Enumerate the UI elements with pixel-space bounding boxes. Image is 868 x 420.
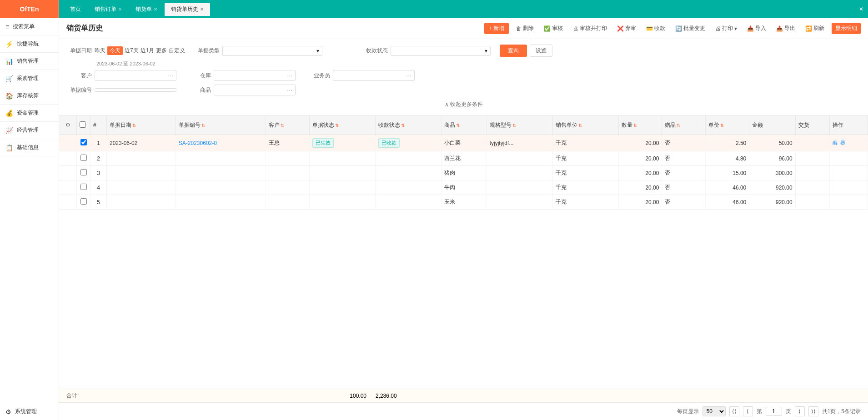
th-goods[interactable]: 商品 ⇅ (441, 115, 487, 135)
row-quantity: 20.00 (618, 135, 662, 151)
first-page-btn[interactable]: ⟨⟨ (729, 406, 739, 416)
delete-button[interactable]: 🗑 删除 (513, 23, 537, 34)
goods-dots[interactable]: ··· (287, 86, 292, 94)
sidebar-item-search-menu[interactable]: ≡ 搜索菜单 (0, 18, 59, 35)
pay-status-dropdown-icon: ▾ (485, 48, 487, 54)
tab-sales-order-close[interactable]: ✕ (118, 7, 122, 12)
gift-sort[interactable]: 赠品 ⇅ (665, 121, 702, 129)
spec-sort[interactable]: 规格型号 ⇅ (490, 121, 550, 129)
sidebar-item-purchase-mgmt[interactable]: 🛒 采购管理 (0, 70, 59, 87)
date-shortcut-7days[interactable]: 近7天 (125, 47, 139, 55)
th-doc-no[interactable]: 单据编号 ⇅ (176, 115, 266, 135)
row-checkbox[interactable] (80, 139, 87, 145)
row-checkbox[interactable] (80, 155, 87, 161)
row-action: 编 器 (830, 135, 868, 151)
prev-page-btn[interactable]: ⟨ (743, 406, 753, 416)
close-all-btn[interactable]: ✕ (859, 6, 863, 12)
row-checkbox[interactable] (80, 184, 87, 190)
doc-status-sort[interactable]: 单据状态 ⇅ (312, 121, 372, 129)
row-amount: 300.00 (749, 166, 795, 180)
warehouse-input[interactable]: ··· (214, 70, 296, 81)
current-page-input[interactable] (766, 407, 782, 416)
date-shortcut-1month[interactable]: 近1月 (140, 47, 155, 55)
salesperson-input[interactable]: ··· (333, 70, 415, 81)
row-checkbox[interactable] (80, 198, 87, 205)
sidebar-item-sales-mgmt[interactable]: 📊 销售管理 (0, 53, 59, 70)
pay-status-select[interactable]: ▾ (391, 46, 491, 56)
audit-print-button[interactable]: 🖨 审核并打印 (570, 23, 610, 34)
date-shortcuts: 昨天 今天 近7天 近1月 更多 自定义 (95, 46, 185, 55)
th-gift[interactable]: 赠品 ⇅ (662, 115, 706, 135)
customer-sort[interactable]: 客户 ⇅ (269, 121, 306, 129)
tab-sales-delivery[interactable]: 销货单 ✕ (129, 3, 164, 16)
warehouse-dots[interactable]: ··· (287, 72, 292, 79)
date-shortcut-today[interactable]: 今天 (107, 46, 123, 55)
row-checkbox[interactable] (80, 169, 87, 175)
th-doc-date[interactable]: 单据日期 ⇅ (107, 115, 176, 135)
import-icon: 📥 (747, 25, 754, 32)
tab-sales-delivery-history-close[interactable]: ✕ (200, 7, 204, 12)
sidebar-item-sys-mgmt[interactable]: ⚙ 系统管理 (0, 403, 59, 420)
collapse-button[interactable]: ∧ 收起更多条件 (66, 99, 861, 110)
tab-sales-delivery-label: 销货单 (135, 5, 152, 13)
abandon-button[interactable]: ❌ 弃审 (614, 23, 639, 34)
doc-no-link[interactable]: SA-20230602-0 (179, 140, 217, 146)
qty-sort[interactable]: 数量 ⇅ (622, 121, 659, 129)
salesperson-dots[interactable]: ··· (406, 72, 411, 79)
goods-input[interactable]: ··· (214, 85, 296, 95)
last-page-btn[interactable]: ⟩⟩ (808, 406, 818, 416)
th-doc-status[interactable]: 单据状态 ⇅ (309, 115, 375, 135)
customer-dots[interactable]: ··· (168, 72, 173, 79)
page-size-select[interactable]: 10 20 50 100 (702, 406, 726, 416)
th-spec-type[interactable]: 规格型号 ⇅ (487, 115, 552, 135)
doc-no-sort[interactable]: 单据编号 ⇅ (179, 121, 263, 129)
th-unit-price[interactable]: 单价 ⇅ (706, 115, 749, 135)
select-all-checkbox[interactable] (80, 121, 86, 128)
doc-no-input[interactable] (95, 88, 176, 92)
goods-sort[interactable]: 商品 ⇅ (444, 121, 484, 129)
footer-total-amount: 2,286.00 (376, 393, 397, 399)
sidebar-item-finance[interactable]: 💰 资金管理 (0, 105, 59, 122)
doc-date-sort[interactable]: 单据日期 ⇅ (110, 121, 173, 129)
import-button[interactable]: 📥 导入 (744, 23, 769, 34)
new-button[interactable]: + 新增 (484, 23, 509, 34)
print-button[interactable]: 🖨 打印 ▾ (712, 23, 740, 34)
doc-type-select[interactable]: ▾ (222, 46, 322, 56)
collect-button[interactable]: 💳 收款 (643, 23, 668, 34)
tab-sales-order[interactable]: 销售订单 ✕ (88, 3, 128, 16)
batch-change-button[interactable]: 🔄 批量变更 (672, 23, 708, 34)
th-customer[interactable]: 客户 ⇅ (266, 115, 309, 135)
th-pay-status[interactable]: 收款状态 ⇅ (375, 115, 441, 135)
sort-icon: ⇅ (512, 123, 516, 128)
sidebar-item-label: 经营管理 (17, 126, 39, 134)
price-sort[interactable]: 单价 ⇅ (708, 121, 746, 129)
pay-status-sort[interactable]: 收款状态 ⇅ (378, 121, 438, 129)
sidebar-item-quick-nav[interactable]: ⚡ 快捷导航 (0, 35, 59, 53)
tab-home[interactable]: 首页 (64, 3, 87, 16)
show-detail-button[interactable]: 显示明细 (832, 23, 861, 34)
tab-sales-delivery-history[interactable]: 销货单历史 ✕ (165, 3, 210, 16)
data-table: ⚙ # 单据日期 ⇅ (59, 115, 868, 210)
query-button[interactable]: 查询 (500, 45, 527, 57)
sidebar-item-basic-info[interactable]: 📋 基础信息 (0, 139, 59, 156)
export-button[interactable]: 📤 导出 (773, 23, 798, 34)
edit-link[interactable]: 编 (833, 140, 838, 146)
print-icon: 🖨 (715, 25, 721, 32)
next-page-btn[interactable]: ⟩ (795, 406, 805, 416)
audit-button[interactable]: ✅ 审核 (541, 23, 566, 34)
date-shortcut-more[interactable]: 更多 (156, 47, 167, 55)
customer-input[interactable]: ··· (95, 70, 176, 81)
setting-button[interactable]: 设置 (530, 45, 552, 57)
date-shortcut-custom[interactable]: 自定义 (169, 47, 185, 55)
more-link[interactable]: 器 (840, 140, 845, 146)
unit-sort[interactable]: 销售单位 ⇅ (556, 121, 616, 129)
th-sale-unit[interactable]: 销售单位 ⇅ (552, 115, 618, 135)
settings-gear-icon[interactable]: ⚙ (62, 119, 74, 131)
date-shortcut-yesterday[interactable]: 昨天 (95, 47, 105, 55)
sidebar-item-operations[interactable]: 📈 经营管理 (0, 122, 59, 139)
row-pay-status (375, 195, 441, 210)
th-quantity[interactable]: 数量 ⇅ (618, 115, 662, 135)
tab-sales-delivery-close[interactable]: ✕ (154, 7, 157, 12)
refresh-button[interactable]: 🔁 刷新 (803, 23, 827, 34)
sidebar-item-inventory[interactable]: 🏠 库存核算 (0, 87, 59, 105)
